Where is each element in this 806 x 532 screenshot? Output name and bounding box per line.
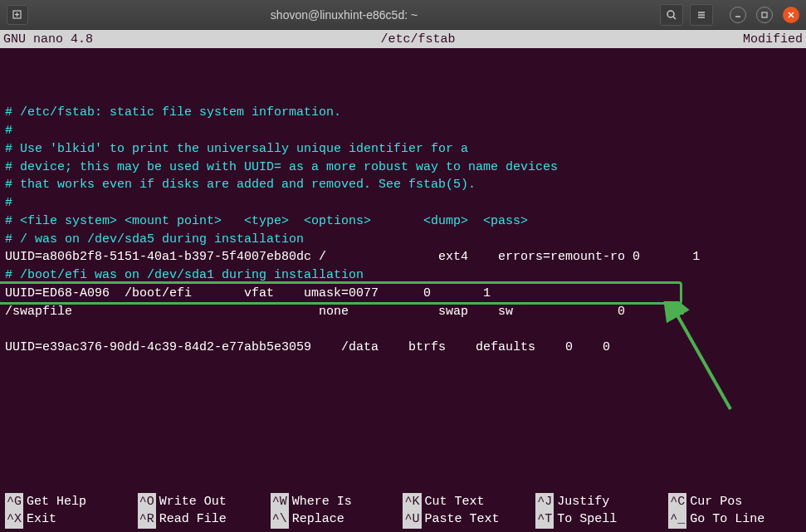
shortcut-label: Cur Pos xyxy=(690,493,742,511)
shortcut-key: ^C xyxy=(668,493,686,511)
close-button[interactable] xyxy=(783,7,799,23)
shortcut-label: Get Help xyxy=(27,493,86,511)
editor-line: # /boot/efi was on /dev/sda1 during inst… xyxy=(5,266,801,285)
shortcut-label: Go To Line xyxy=(690,510,764,529)
nano-status-bar: GNU nano 4.8 /etc/fstab Modified xyxy=(0,30,806,48)
shortcut-item: ^CCur Pos xyxy=(668,493,801,511)
window-controls xyxy=(730,7,799,23)
editor-line: # / was on /dev/sda5 during installation xyxy=(5,231,801,249)
search-button[interactable] xyxy=(660,4,683,26)
editor-line: # device; this may be used with UUID= as… xyxy=(5,159,801,177)
shortcut-label: Read File xyxy=(159,510,227,529)
editor-line: # <file system> <mount point> <type> <op… xyxy=(5,212,801,231)
svg-point-3 xyxy=(667,11,674,17)
editor-line: # xyxy=(5,122,801,140)
editor-line: # Use 'blkid' to print the universally u… xyxy=(5,140,801,159)
shortcuts-row-2: ^XExit^RRead File^\Replace^UPaste Text^T… xyxy=(5,510,801,529)
shortcut-item: ^KCut Text xyxy=(403,493,535,511)
shortcut-item: ^WWhere Is xyxy=(271,493,403,511)
editor-line: # xyxy=(5,194,801,212)
shortcut-item: ^GGet Help xyxy=(5,493,138,511)
shortcut-label: Replace xyxy=(292,510,344,529)
window-titlebar: shovon@linuxhint-e86c5d: ~ xyxy=(0,0,806,30)
shortcut-label: Paste Text xyxy=(425,510,500,529)
window-title: shovon@linuxhint-e86c5d: ~ xyxy=(28,8,660,22)
nano-filename: /etc/fstab xyxy=(93,32,743,46)
editor-line: UUID=a806b2f8-5151-40a1-b397-5f4007eb80d… xyxy=(5,248,801,266)
titlebar-right xyxy=(660,4,799,26)
editor-line: /swapfile none swap sw 0 0 xyxy=(5,303,801,321)
shortcut-label: Write Out xyxy=(159,493,227,511)
shortcut-item: ^RRead File xyxy=(138,510,271,529)
shortcut-item: ^JJustify xyxy=(535,493,668,511)
shortcut-label: Exit xyxy=(27,510,56,529)
new-tab-icon xyxy=(12,9,23,21)
shortcut-key: ^X xyxy=(5,510,23,529)
titlebar-left xyxy=(7,5,28,25)
shortcut-item: ^TTo Spell xyxy=(535,510,668,529)
shortcuts-row-1: ^GGet Help^OWrite Out^WWhere Is^KCut Tex… xyxy=(5,493,801,511)
nano-shortcuts: ^GGet Help^OWrite Out^WWhere Is^KCut Tex… xyxy=(5,493,801,530)
editor-line: UUID=e39ac376-90dd-4c39-84d2-e77abb5e305… xyxy=(5,339,801,357)
shortcut-key: ^_ xyxy=(668,510,686,529)
new-tab-button[interactable] xyxy=(7,5,28,25)
shortcut-key: ^W xyxy=(271,493,289,511)
shortcut-key: ^T xyxy=(535,510,554,529)
maximize-icon xyxy=(760,11,769,19)
editor-content[interactable]: # /etc/fstab: static file system informa… xyxy=(0,48,806,359)
shortcut-key: ^R xyxy=(138,510,156,529)
menu-button[interactable] xyxy=(690,4,713,26)
shortcut-label: Justify xyxy=(557,493,609,511)
shortcut-item: ^UPaste Text xyxy=(403,510,535,529)
editor-line: UUID=ED68-A096 /boot/efi vfat umask=0077… xyxy=(5,285,801,303)
editor-line xyxy=(5,320,801,339)
shortcut-key: ^G xyxy=(5,493,23,511)
hamburger-icon xyxy=(696,9,707,21)
search-icon xyxy=(666,9,677,21)
maximize-button[interactable] xyxy=(756,7,773,23)
svg-line-4 xyxy=(673,17,676,19)
shortcut-label: To Spell xyxy=(557,510,617,529)
minimize-button[interactable] xyxy=(730,7,746,23)
shortcut-key: ^U xyxy=(403,510,421,529)
nano-modified: Modified xyxy=(743,32,803,46)
minimize-icon xyxy=(734,11,742,19)
shortcut-key: ^O xyxy=(138,493,156,511)
shortcut-label: Cut Text xyxy=(425,493,485,511)
shortcut-key: ^\ xyxy=(271,510,289,529)
shortcut-label: Where Is xyxy=(292,493,352,511)
editor-line: # /etc/fstab: static file system informa… xyxy=(5,104,801,122)
shortcut-item: ^OWrite Out xyxy=(138,493,271,511)
close-icon xyxy=(787,11,795,19)
shortcut-key: ^J xyxy=(535,493,554,511)
shortcut-item: ^_Go To Line xyxy=(668,510,801,529)
editor-line: # that works even if disks are added and… xyxy=(5,176,801,194)
svg-rect-9 xyxy=(762,12,767,17)
nano-version: GNU nano 4.8 xyxy=(3,32,93,46)
shortcut-key: ^K xyxy=(403,493,421,511)
shortcut-item: ^XExit xyxy=(5,510,138,529)
shortcut-item: ^\Replace xyxy=(271,510,403,529)
